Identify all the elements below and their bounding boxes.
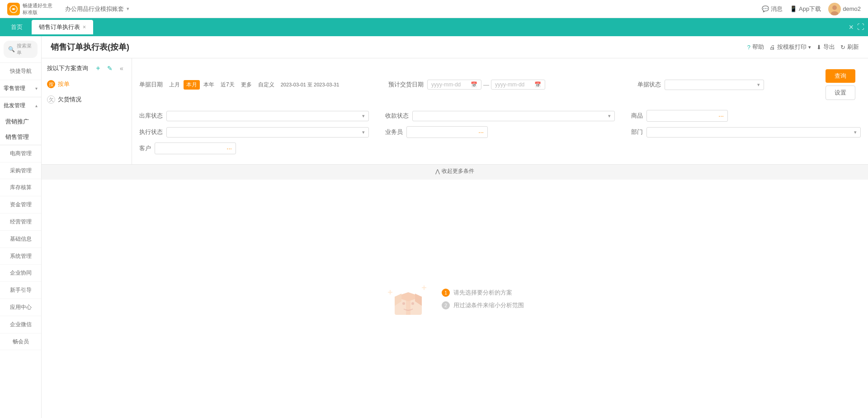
tab-home[interactable]: 首页: [4, 20, 30, 34]
goods-more-icon[interactable]: ···: [718, 112, 724, 119]
export-icon: ⬇: [816, 44, 821, 51]
page-title: 销售订单执行表(按单): [51, 42, 129, 58]
print-btn[interactable]: 🖨 按模板打印 ▾: [769, 43, 811, 51]
top-bar-right: 💬 消息 📱 App下载 demo2: [762, 3, 861, 15]
print-dropdown-icon: ▾: [808, 44, 811, 50]
date-range-text: 2023-03-01 至 2023-03-31: [281, 81, 340, 88]
status-select[interactable]: ▾: [665, 80, 764, 90]
sidebar-item-finance[interactable]: 资金管理: [0, 196, 41, 214]
sidebar-item-newuser[interactable]: 新手引导: [0, 282, 41, 299]
sidebar-item-basic[interactable]: 基础信息: [0, 231, 41, 248]
exec-status-select[interactable]: ▾: [166, 127, 369, 138]
step-2-icon: 2: [442, 301, 450, 309]
scheme-collapse-btn[interactable]: «: [117, 64, 126, 73]
sidebar-item-apps[interactable]: 应用中心: [0, 299, 41, 316]
sidebar-sub-sales[interactable]: 销售管理: [0, 129, 41, 145]
status-dropdown-icon: ▾: [757, 82, 760, 88]
date-control: 上月 本月 本年 近7天 更多 自定义 2023-03-01 至 2023-03…: [166, 80, 383, 90]
tab-bar: 首页 销售订单执行表 × × ⛶: [0, 18, 868, 36]
filter-row-4: 客户 ···: [139, 142, 861, 154]
tab-maximize-btn[interactable]: ⛶: [857, 23, 864, 31]
delivery-date-control: yyyy-mm-dd 📅 — yyyy-mm-dd 📅: [427, 80, 632, 90]
message-icon: 💬: [762, 5, 769, 12]
scheme-actions: + ✎ «: [94, 64, 126, 73]
action-buttons: 查询 设置: [826, 64, 861, 105]
filter-section: 按以下方案查询 + ✎ « 按 按单 欠 欠货情况: [42, 58, 868, 178]
ship-dropdown-icon: ▾: [362, 113, 365, 119]
filter-payment-status: 收款状态 ▾: [385, 111, 615, 121]
scheme-item-press[interactable]: 按 按单: [42, 76, 132, 92]
dept-select[interactable]: ▾: [646, 127, 861, 138]
step-1-icon: 1: [442, 289, 450, 297]
empty-state: 1 请先选择要分析的方案 2 用过滤条件来缩小分析范围: [42, 180, 868, 418]
filter-customer: 客户 ···: [139, 142, 861, 154]
tab-close-btn[interactable]: ×: [83, 24, 86, 30]
sidebar-item-wholesale[interactable]: 批发管理 ▴: [0, 97, 41, 114]
dropdown-icon: ▾: [127, 6, 129, 12]
date-tab-more[interactable]: 更多: [238, 80, 255, 90]
dept-dropdown-icon: ▾: [854, 129, 857, 135]
sidebar-item-purchase[interactable]: 采购管理: [0, 162, 41, 180]
customer-input[interactable]: ···: [155, 142, 236, 154]
sidebar-sub-marketing[interactable]: 营销推广: [0, 114, 41, 129]
sidebar-search-area: 🔍 搜索菜单: [0, 36, 41, 63]
logo-text: 畅捷通好生意 标准版: [23, 2, 52, 15]
scheme-edit-btn[interactable]: ✎: [105, 64, 114, 73]
chevron-icon: ▾: [35, 86, 38, 91]
avatar: [828, 3, 841, 15]
filter-main: 按以下方案查询 + ✎ « 按 按单 欠 欠货情况: [42, 58, 868, 164]
app-download-btn[interactable]: 📱 App下载: [790, 5, 821, 13]
filter-delivery-date: 预计交货日期 yyyy-mm-dd 📅 — yyyy-mm-dd 📅: [388, 80, 632, 90]
customer-more-icon[interactable]: ···: [226, 145, 232, 152]
sidebar-item-operation[interactable]: 经营管理: [0, 214, 41, 231]
settings-button[interactable]: 设置: [826, 86, 855, 100]
ship-status-select[interactable]: ▾: [166, 111, 369, 121]
delivery-date-end[interactable]: yyyy-mm-dd 📅: [491, 80, 545, 90]
date-tab-recent7[interactable]: 近7天: [218, 80, 237, 90]
sidebar-item-system[interactable]: 系统管理: [0, 248, 41, 265]
collapse-icon: ⋀: [435, 168, 440, 175]
filter-status: 单据状态 ▾: [637, 80, 820, 90]
sidebar: 🔍 搜索菜单 快捷导航 零售管理 ▾ 批发管理 ▴ 营销推广 销售管理: [0, 36, 42, 418]
scheme-icon-press: 按: [47, 80, 55, 88]
date-tab-this-month[interactable]: 本月: [184, 80, 200, 90]
payment-dropdown-icon: ▾: [608, 113, 611, 119]
tab-close-window-btn[interactable]: ×: [849, 23, 854, 32]
sidebar-item-member[interactable]: 畅会员: [0, 333, 41, 351]
sidebar-item-wechat[interactable]: 企业微信: [0, 316, 41, 333]
page-header: 销售订单执行表(按单) ? 帮助 🖨 按模板打印 ▾ ⬇ 导出 ↻ 刷新: [42, 36, 868, 58]
salesperson-input[interactable]: ···: [406, 126, 488, 138]
tab-sales-order[interactable]: 销售订单执行表 ×: [32, 20, 93, 34]
sidebar-item-quicknav[interactable]: 快捷导航: [0, 63, 41, 80]
filter-exec-status: 执行状态 ▾: [139, 127, 369, 138]
page-header-actions: ? 帮助 🖨 按模板打印 ▾ ⬇ 导出 ↻ 刷新: [747, 43, 859, 57]
payment-status-select[interactable]: ▾: [412, 111, 615, 121]
sidebar-item-enterprise[interactable]: 企业协同: [0, 265, 41, 282]
salesperson-more-icon[interactable]: ···: [478, 128, 484, 136]
date-tab-prev-month[interactable]: 上月: [166, 80, 183, 90]
goods-input[interactable]: ···: [646, 110, 728, 122]
tab-bar-actions: × ⛶: [849, 23, 864, 32]
user-area[interactable]: demo2: [828, 3, 861, 15]
sidebar-item-retail[interactable]: 零售管理 ▾: [0, 80, 41, 97]
chevron-up-icon: ▴: [35, 103, 38, 108]
help-btn[interactable]: ? 帮助: [747, 43, 764, 51]
app-icon: 📱: [790, 5, 797, 12]
filter-right-panel: 单据日期 上月 本月 本年 近7天 更多 自定义 20: [132, 58, 868, 164]
scheme-add-btn[interactable]: +: [94, 64, 103, 73]
empty-step-2: 2 用过滤条件来缩小分析范围: [442, 301, 524, 309]
query-button[interactable]: 查询: [826, 69, 855, 83]
date-tab-this-year[interactable]: 本年: [201, 80, 217, 90]
sidebar-item-ecommerce[interactable]: 电商管理: [0, 145, 41, 162]
delivery-date-start[interactable]: yyyy-mm-dd 📅: [427, 80, 481, 90]
export-btn[interactable]: ⬇ 导出: [816, 43, 835, 51]
collapse-bar[interactable]: ⋀ 收起更多条件: [42, 164, 868, 178]
date-tab-custom[interactable]: 自定义: [255, 80, 277, 90]
industry-title[interactable]: 办公用品行业模拟账套 ▾: [65, 5, 129, 13]
message-btn[interactable]: 💬 消息: [762, 5, 783, 13]
refresh-btn[interactable]: ↻ 刷新: [840, 43, 859, 51]
scheme-item-debt[interactable]: 欠 欠货情况: [42, 92, 132, 107]
sidebar-item-inventory[interactable]: 库存核算: [0, 179, 41, 196]
svg-point-7: [402, 302, 405, 305]
search-input[interactable]: 🔍 搜索菜单: [4, 41, 38, 58]
